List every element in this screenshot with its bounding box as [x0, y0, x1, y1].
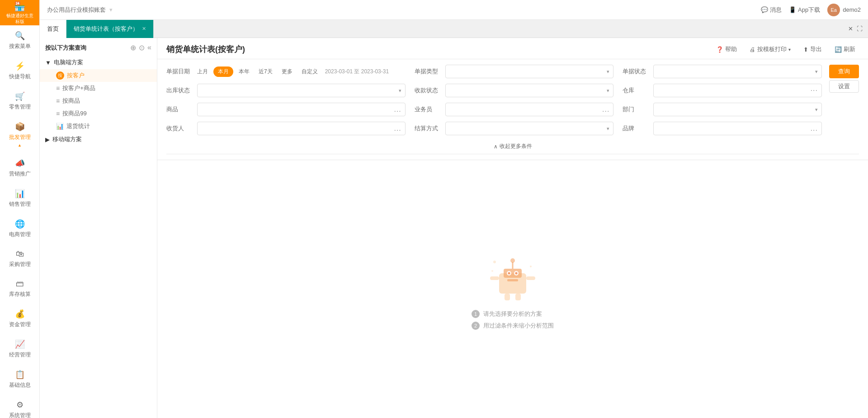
settle-control[interactable]: ▾: [445, 122, 614, 135]
sidebar-item-basic[interactable]: 📋 基础信息: [0, 364, 39, 394]
sidebar-item-quick-nav[interactable]: ⚡ 快捷导航: [0, 56, 39, 86]
by-customer-goods-icon: ≡: [56, 85, 60, 92]
username: demo2: [843, 6, 861, 13]
app-download-btn[interactable]: 📱 App下载: [789, 6, 820, 14]
collapse-bar[interactable]: ∧ 收起更多条件: [166, 139, 859, 154]
brand-control[interactable]: ...: [653, 122, 822, 135]
tip-text-1: 请先选择要分析的方案: [483, 310, 542, 318]
export-btn[interactable]: ⬆ 导出: [800, 43, 826, 55]
print-btn[interactable]: 🖨 按模板打印 ▾: [746, 43, 794, 55]
sidebar-item-ecom[interactable]: 🌐 电商管理: [0, 214, 39, 244]
sidebar-label-retail: 零售管理: [9, 103, 31, 111]
sidebar-item-wholesale[interactable]: 📦 批发管理 ▲: [0, 116, 39, 153]
date-tab-7days[interactable]: 近7天: [255, 66, 276, 77]
tab-bar-right: ✕ ⛶: [154, 24, 868, 34]
collect-status-label: 收款状态: [415, 86, 442, 95]
scheme-by-goods[interactable]: ≡ 按商品: [40, 95, 157, 107]
add-scheme-btn[interactable]: ⊕: [130, 43, 136, 52]
by-goods-icon: ≡: [56, 97, 60, 104]
date-tab-this-year[interactable]: 本年: [235, 66, 253, 77]
sidebar-label-sys: 系统管理: [9, 412, 31, 418]
filter-doc-type: 单据类型 ▾: [415, 65, 614, 78]
sidebar-item-search-menu[interactable]: 🔍 搜索菜单: [0, 25, 39, 56]
main-area: 办公用品行业模拟账套 ▾ 💬 消息 📱 App下载 Ea demo2 首页 销货…: [40, 0, 868, 418]
date-tab-this-month[interactable]: 本月: [213, 66, 233, 77]
mobile-scheme-parent[interactable]: ▶ 移动端方案: [40, 133, 157, 146]
filter-brand: 品牌 ...: [623, 122, 822, 135]
doc-status-control[interactable]: ▾: [653, 65, 822, 78]
employee-control[interactable]: ...: [445, 103, 614, 116]
department-control[interactable]: ▾: [653, 103, 822, 116]
scheme-by-goods-99[interactable]: ≡ 按商品99: [40, 107, 157, 120]
top-header: 办公用品行业模拟账套 ▾ 💬 消息 📱 App下载 Ea demo2: [40, 0, 868, 20]
date-tab-custom[interactable]: 自定义: [298, 66, 321, 77]
tab-home-label: 首页: [47, 25, 59, 33]
by-goods-99-label: 按商品99: [62, 109, 86, 118]
close-window-icon[interactable]: ✕: [846, 24, 855, 34]
refresh-btn[interactable]: 🔄 刷新: [831, 43, 859, 55]
messages-icon: 💬: [761, 6, 768, 13]
doc-type-control[interactable]: ▾: [445, 65, 614, 78]
tab-close-icon[interactable]: ✕: [142, 26, 146, 32]
goods-label: 商品: [166, 105, 193, 114]
sidebar-item-sales[interactable]: 📊 销售管理: [0, 183, 39, 214]
goods-control[interactable]: ...: [197, 103, 406, 116]
tip-num-2: 2: [472, 322, 480, 330]
mobile-label: 移动端方案: [52, 135, 82, 143]
query-button[interactable]: 查询: [829, 65, 859, 78]
desktop-scheme-parent[interactable]: ▼ 电脑端方案: [40, 56, 157, 69]
scheme-by-customer-goods[interactable]: ≡ 按客户+商品: [40, 82, 157, 95]
messages-label: 消息: [770, 6, 782, 14]
sidebar-item-inventory[interactable]: 🗃 库存核算: [0, 274, 39, 304]
page-header: 销货单统计表(按客户) ❓ 帮助 🖨 按模板打印 ▾ ⬆ 导出: [157, 38, 868, 59]
messages-btn[interactable]: 💬 消息: [761, 6, 782, 14]
out-status-arrow: ▾: [399, 88, 401, 94]
maximize-window-icon[interactable]: ⛶: [855, 24, 864, 34]
date-tab-last-month[interactable]: 上月: [193, 66, 212, 77]
scheme-by-customer[interactable]: 按 按客户: [40, 69, 157, 82]
left-panel-title-text: 按以下方案查询: [45, 44, 86, 52]
user-profile[interactable]: Ea demo2: [827, 4, 861, 16]
sidebar-item-finance[interactable]: 💰 资金管理: [0, 304, 39, 334]
svg-rect-10: [515, 294, 521, 300]
desktop-scheme-section: ▼ 电脑端方案 按 按客户 ≡ 按客户+商品 ≡ 按商品 ≡ 按商品99: [40, 56, 157, 133]
sidebar-item-purchase[interactable]: 🛍 采购管理: [0, 244, 39, 274]
tip-text-2: 用过滤条件来缩小分析范围: [483, 322, 554, 330]
desktop-arrow: ▼: [45, 59, 51, 66]
svg-rect-7: [490, 276, 499, 280]
receiver-control[interactable]: ...: [197, 122, 406, 135]
tab-home[interactable]: 首页: [40, 20, 66, 38]
sidebar-item-ops[interactable]: 📈 经营管理: [0, 334, 39, 364]
filter-row-1: 单据日期 上月 本月 本年 近7天 更多 自定义: [166, 65, 822, 78]
filter-body: 单据日期 上月 本月 本年 近7天 更多 自定义: [166, 65, 859, 135]
scheme-returns-stats[interactable]: 📊 退货统计: [40, 120, 157, 133]
sidebar-label-sales: 销售管理: [9, 200, 31, 208]
svg-rect-1: [504, 269, 522, 278]
basic-icon: 📋: [15, 370, 25, 380]
filter-row-2: 出库状态 ▾ 收款状态 ▾: [166, 84, 822, 97]
sidebar-item-marketing[interactable]: 📣 营销推广: [0, 153, 39, 183]
out-status-control[interactable]: ▾: [197, 84, 406, 97]
date-tab-more[interactable]: 更多: [278, 66, 296, 77]
sidebar-label-basic: 基础信息: [9, 381, 31, 389]
export-label: 导出: [810, 45, 822, 53]
collect-status-control[interactable]: ▾: [445, 84, 614, 97]
wholesale-icon: 📦: [15, 122, 25, 132]
help-btn[interactable]: ❓ 帮助: [712, 43, 741, 55]
sidebar-item-retail[interactable]: 🛒 零售管理: [0, 86, 39, 116]
settings-button[interactable]: 设置: [829, 80, 859, 93]
app-logo: 🏪 畅捷通好生意 标版: [0, 0, 40, 25]
settings-scheme-btn[interactable]: ⊙: [139, 43, 145, 52]
returns-icon: 📊: [56, 123, 64, 130]
sales-icon: 📊: [15, 189, 25, 199]
sidebar-label-purchase: 采购管理: [9, 261, 31, 268]
filter-warehouse: 仓库 ···: [623, 84, 822, 97]
collapse-panel-btn[interactable]: «: [147, 43, 151, 52]
by-customer-label: 按客户: [67, 71, 85, 80]
sidebar-item-sys[interactable]: ⚙ 系统管理: [0, 394, 39, 418]
breadcrumb: 办公用品行业模拟账套 ▾: [47, 6, 113, 14]
svg-point-4: [508, 272, 510, 275]
warehouse-control[interactable]: ···: [653, 84, 822, 97]
tab-sales-stats[interactable]: 销货单统计表（按客户） ✕: [66, 20, 154, 38]
purchase-icon: 🛍: [16, 249, 24, 259]
